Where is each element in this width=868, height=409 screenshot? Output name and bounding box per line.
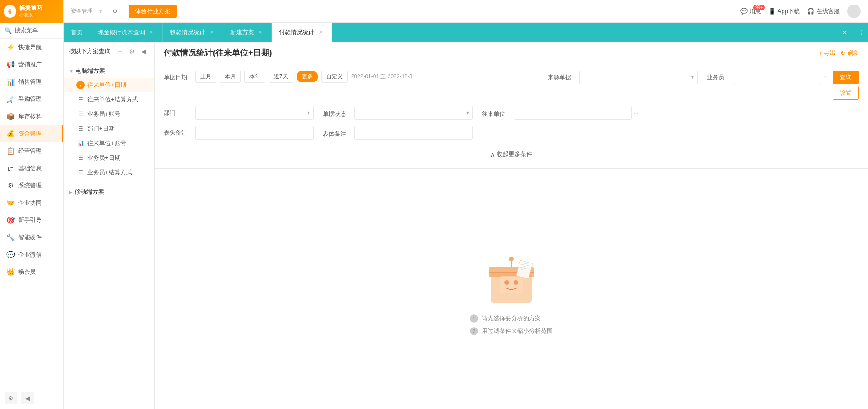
date-7days-btn[interactable]: 近7天 [269,71,293,83]
scheme-icon-salesman-date: ☰ [76,154,85,162]
body-note-input[interactable] [354,126,473,140]
sidebar-item-operation[interactable]: 📋经营管理 [0,142,63,160]
user-avatar[interactable] [847,5,861,18]
topbar-gear-btn[interactable]: ⚙ [109,5,121,18]
collapse-icon: ∧ [490,151,495,158]
nav-icon-marketing: 📢 [6,61,15,69]
tip-num-1: 1 [470,314,478,323]
sidebar-item-member[interactable]: 👑畅会员 [0,263,63,281]
scheme-settings-btn[interactable]: ⚙ [127,46,137,56]
tab-receipt[interactable]: 收款情况统计 × [163,23,223,42]
footer-collapse-btn[interactable]: ◀ [21,392,34,404]
main-area: 资金管理 ▼ ⚙ 体验行业方案 💬 消息 99+ 📱 App下载 🎧 在线客服 … [64,0,868,409]
sidebar-item-system[interactable]: ⚙系统管理 [0,177,63,194]
search-menu[interactable]: 🔍 搜索菜单 [0,23,63,39]
tab-new-scheme-close[interactable]: × [257,29,264,36]
collapse-more-btn[interactable]: ∧ 收起更多条件 [164,146,859,162]
bill-status-select[interactable] [354,106,473,120]
nav-icon-quick-nav: ⚡ [6,43,15,51]
scheme-item-dept-date[interactable]: ☰ 部门+日期 [64,121,154,136]
close-all-btn[interactable]: ✕ [839,27,850,38]
msg-icon: 💬 [740,8,748,15]
source-bill-select-wrapper [579,71,698,84]
date-last-month-btn[interactable]: 上月 [195,71,216,83]
msg-btn[interactable]: 💬 消息 99+ [740,7,761,15]
try-btn[interactable]: 体验行业方案 [129,5,177,18]
filter-settings-btn[interactable]: 设置 [833,86,859,100]
source-bill-select[interactable] [579,71,698,84]
sidebar-item-quick-nav[interactable]: ⚡快捷导航 [0,39,63,56]
dept-label: 部门 [164,106,195,117]
tab-bank-close[interactable]: × [148,29,155,36]
scheme-item-partner-settlement-label: 往来单位+结算方式 [87,96,138,104]
sidebar-item-purchase[interactable]: 🛒采购管理 [0,91,63,108]
nav-icon-basic-info: 🗂 [6,164,15,172]
app-label: App下载 [778,7,800,15]
scheme-item-salesman-account[interactable]: ☰ 业务员+账号 [64,107,154,121]
date-this-year-btn[interactable]: 本年 [244,71,265,83]
partner-ellipsis-btn[interactable]: ··· [632,108,640,118]
scheme-item-partner-date[interactable]: ● 往来单位+日期 [64,78,154,92]
sidebar-item-marketing[interactable]: 📢营销推广 [0,56,63,73]
refresh-btn[interactable]: ↻ 刷新 [840,49,859,57]
tab-new-scheme-label: 新建方案 [230,28,254,36]
sidebar-item-hardware[interactable]: 🔧智能硬件 [0,229,63,246]
desktop-group-header[interactable]: ▼ 电脑端方案 [64,64,154,78]
footer-gear-btn[interactable]: ⚙ [5,392,17,404]
export-btn[interactable]: ↑ 导出 [819,49,836,57]
scheme-item-partner-settlement[interactable]: ☰ 往来单位+结算方式 [64,92,154,107]
scheme-panel-header: 按以下方案查询 ＋ ⚙ ◀ [64,42,154,61]
sidebar-item-sales[interactable]: 📊销售管理 [0,73,63,91]
sidebar-footer: ⚙ ◀ [0,387,63,409]
sidebar-item-enterprise[interactable]: 🤝企业协同 [0,194,63,212]
salesman-input[interactable] [734,71,820,84]
scheme-panel-title: 按以下方案查询 [69,47,110,56]
sidebar-item-capital[interactable]: 💰资金管理 [0,125,63,142]
date-custom-btn[interactable]: 自定义 [321,71,348,83]
app-download-btn[interactable]: 📱 App下载 [768,7,800,15]
tab-bank[interactable]: 现金银行流水查询 × [90,23,163,42]
tab-payment[interactable]: 付款情况统计 × [272,23,332,42]
header-note-input[interactable] [195,126,314,140]
service-btn[interactable]: 🎧 在线客服 [807,7,840,15]
source-bill-label: 来源单据 [548,71,579,81]
dept-select[interactable] [195,106,314,120]
mobile-scheme-group: ▶ 移动端方案 [64,182,154,202]
tab-receipt-close[interactable]: × [208,29,215,36]
date-more-btn[interactable]: 更多 [297,71,318,82]
add-scheme-btn[interactable]: ＋ [115,46,125,56]
empty-tips: 1 请先选择要分析的方案 2 用过滤条件来缩小分析范围 [470,314,553,335]
partner-input[interactable] [514,106,632,120]
sidebar-item-basic-info[interactable]: 🗂基础信息 [0,160,63,177]
empty-svg [479,243,543,307]
nav-label-sales: 销售管理 [18,78,42,86]
mobile-arrow-icon: ▶ [69,190,73,195]
tab-payment-close[interactable]: × [317,29,324,36]
mobile-group-header[interactable]: ▶ 移动端方案 [64,185,154,199]
desktop-scheme-group: ▼ 电脑端方案 ● 往来单位+日期 ☰ 往来单位+结算方式 ☰ 业务员+账号 ☰ [64,61,154,182]
query-btn[interactable]: 查询 [833,71,859,84]
empty-tip-2: 2 用过滤条件来缩小分析范围 [470,327,553,335]
scheme-collapse-btn[interactable]: ◀ [139,46,149,56]
empty-tip-1: 1 请先选择要分析的方案 [470,314,553,323]
scheme-item-salesman-settlement[interactable]: ☰ 业务员+结算方式 [64,165,154,180]
scheme-item-salesman-settlement-label: 业务员+结算方式 [87,168,132,177]
nav-label-operation: 经营管理 [18,147,42,155]
date-this-month-btn[interactable]: 本月 [220,71,241,83]
salesman-ellipsis-btn[interactable]: ··· [820,71,829,81]
tab-new-scheme[interactable]: 新建方案 × [223,23,272,42]
service-label: 在线客服 [816,7,840,15]
right-content: 付款情况统计(往来单位+日期) ↑ 导出 ↻ 刷新 单据日期 [155,42,868,409]
expand-btn[interactable]: ⛶ [853,27,864,38]
nav-label-enterprise: 企业协同 [18,199,42,207]
sidebar-item-guide[interactable]: 🎯新手引导 [0,212,63,229]
sidebar-item-wechat[interactable]: 💬企业微信 [0,246,63,263]
tab-home[interactable]: 首页 [64,23,90,42]
scheme-item-salesman-date[interactable]: ☰ 业务员+日期 [64,151,154,165]
nav-icon-system: ⚙ [6,182,15,190]
tab-home-label: 首页 [71,28,83,36]
sidebar-item-inventory[interactable]: 📦库存核算 [0,108,63,125]
tab-bank-label: 现金银行流水查询 [98,28,145,36]
scheme-item-partner-account[interactable]: 📊 往来单位+账号 [64,136,154,151]
empty-illustration [479,243,543,307]
